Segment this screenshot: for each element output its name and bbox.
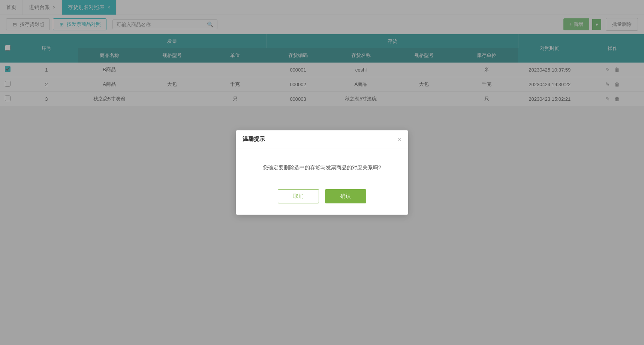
overlay: 温馨提示 × 您确定要删除选中的存货与发票商品的对应关系吗? 取消 确认 [0, 0, 644, 106]
